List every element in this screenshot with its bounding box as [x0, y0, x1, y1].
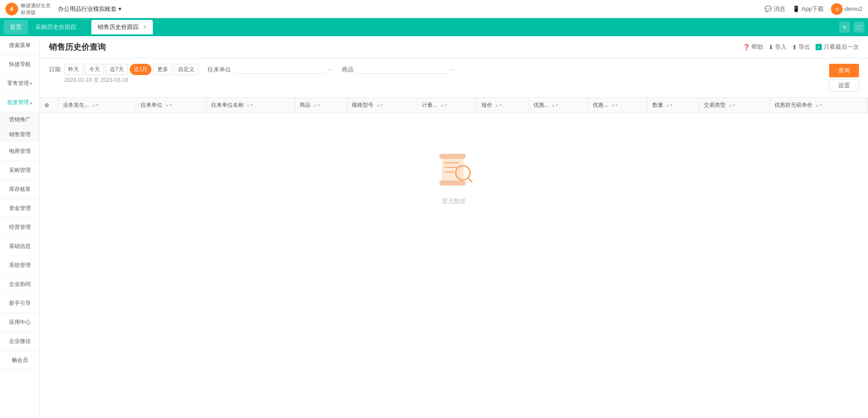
product-lookup-dots[interactable]: ···	[450, 66, 455, 72]
page-content: 销售历史价查询 ❓ 帮助 ⬇ 导入 ⬆ 导出	[40, 36, 868, 418]
partner-lookup-dots[interactable]: ···	[328, 66, 333, 72]
table-settings-col[interactable]: ⚙	[40, 98, 58, 113]
col-quantity[interactable]: 数量 ▲▼	[647, 98, 699, 113]
sidebar-item-operation[interactable]: 经营管理	[0, 218, 39, 237]
logo-area: 6 畅捷通好生意 标准版	[5, 2, 51, 15]
data-table: ⚙ 业务发生... ▲▼ 往来单位 ▲▼ 往来单位名称 ▲	[40, 98, 868, 113]
col-discount1[interactable]: 优惠... ▲▼	[528, 98, 588, 113]
sidebar-item-wholesale[interactable]: 批发管理 ▴	[0, 93, 39, 112]
col-discount2[interactable]: 优惠... ▲▼	[588, 98, 648, 113]
import-icon: ⬇	[769, 44, 774, 51]
partner-filter-label: 往来单位	[208, 64, 231, 74]
sidebar-item-retail[interactable]: 零售管理 ▾	[0, 74, 39, 93]
col-product[interactable]: 商品 ▲▼	[295, 98, 347, 113]
col-biz-date[interactable]: 业务发生... ▲▼	[58, 98, 136, 113]
user-menu[interactable]: d demo2	[831, 3, 863, 15]
sort-icon: ▲▼	[440, 104, 448, 107]
col-partner-name[interactable]: 往来单位名称 ▲▼	[206, 98, 295, 113]
sidebar-item-wechat[interactable]: 企业微信	[0, 332, 39, 351]
svg-rect-2	[439, 180, 466, 185]
date-btn-today[interactable]: 今天	[85, 64, 104, 75]
sidebar-item-inventory[interactable]: 库存核算	[0, 180, 39, 199]
help-icon: ❓	[743, 44, 750, 51]
date-btn-more[interactable]: 更多	[153, 64, 172, 75]
sort-icon: ▲▼	[666, 104, 673, 107]
col-pretax-price[interactable]: 优惠前无税单价 ▲▼	[769, 98, 868, 113]
sort-icon: ▲▼	[729, 104, 736, 107]
empty-illustration	[434, 149, 474, 190]
only-last-checkbox[interactable]: ✓ 只看最后一次	[816, 43, 859, 51]
svg-line-7	[468, 178, 472, 182]
sort-icon: ▲▼	[376, 104, 383, 107]
logo-icon: 6	[5, 3, 18, 15]
date-btn-7days[interactable]: 近7天	[106, 64, 128, 75]
table-container: ⚙ 业务发生... ▲▼ 往来单位 ▲▼ 往来单位名称 ▲	[40, 98, 868, 418]
col-spec[interactable]: 规格型号 ▲▼	[347, 98, 417, 113]
date-btn-custom[interactable]: 自定义	[174, 64, 198, 75]
sort-icon: ▲▼	[495, 104, 502, 107]
sidebar-item-finance[interactable]: 资金管理	[0, 199, 39, 218]
maximize-window-button[interactable]: □	[854, 22, 864, 33]
import-button[interactable]: ⬇ 导入	[769, 43, 787, 51]
avatar: d	[831, 3, 843, 15]
product-filter-group: 商品 ···	[342, 64, 455, 74]
filter-settings-button[interactable]: 设置	[829, 79, 859, 92]
sidebar: 搜索菜单 快捷导航 零售管理 ▾ 批发管理 ▴ 营销推广 销售管理 电商管理 采…	[0, 36, 40, 418]
sidebar-item-ecommerce[interactable]: 电商管理	[0, 142, 39, 161]
query-button[interactable]: 查询	[829, 64, 859, 77]
logo-text: 畅捷通好生意 标准版	[21, 2, 51, 15]
col-quote[interactable]: 报价 ▲▼	[476, 98, 528, 113]
product-input-group: ···	[357, 64, 455, 74]
close-sales-tab-button[interactable]: ×	[143, 24, 146, 30]
tab-home[interactable]: 首页	[4, 20, 28, 34]
top-bar-right: 💬 消息 📱 App下载 d demo2	[764, 3, 863, 15]
sidebar-item-system[interactable]: 系统管理	[0, 256, 39, 275]
chevron-down-icon: ▾	[118, 5, 122, 12]
app-selector[interactable]: 办公用品行业模拟账套 ▾	[54, 5, 125, 13]
sort-icon: ▲▼	[552, 104, 559, 107]
svg-rect-1	[439, 154, 466, 159]
sidebar-item-member[interactable]: 畅会员	[0, 351, 39, 370]
filter-actions: 查询 设置	[829, 64, 859, 92]
sidebar-item-appstore[interactable]: 应用中心	[0, 313, 39, 332]
page-title: 销售历史价查询	[49, 42, 106, 52]
sidebar-item-purchase[interactable]: 采购管理	[0, 161, 39, 180]
close-purchase-tab-button[interactable]: ×	[81, 24, 84, 30]
page-actions: ❓ 帮助 ⬇ 导入 ⬆ 导出 ✓ 只看最后一次	[743, 43, 859, 51]
product-filter-label: 商品	[342, 64, 354, 74]
export-icon: ⬆	[792, 44, 797, 51]
message-button[interactable]: 💬 消息	[764, 5, 785, 13]
app-download-button[interactable]: 📱 App下载	[793, 5, 824, 13]
date-filter-group: 日期 昨天 今天 近7天 近1月 更多 自定义 2023-02-18 至 202…	[49, 64, 198, 84]
sidebar-item-search[interactable]: 搜索菜单	[0, 36, 39, 55]
sort-icon: ▲▼	[246, 104, 254, 107]
tab-window-actions: × □	[839, 22, 864, 33]
product-input[interactable]	[357, 64, 448, 74]
filter-row: 日期 昨天 今天 近7天 近1月 更多 自定义 2023-02-18 至 202…	[40, 58, 868, 98]
col-trade-type[interactable]: 交易类型 ▲▼	[699, 98, 770, 113]
date-buttons: 昨天 今天 近7天 近1月 更多 自定义	[64, 64, 198, 75]
table-header: ⚙ 业务发生... ▲▼ 往来单位 ▲▼ 往来单位名称 ▲	[40, 98, 868, 113]
date-btn-1month[interactable]: 近1月	[130, 64, 152, 75]
sort-icon: ▲▼	[815, 104, 822, 107]
sidebar-item-sales-mgmt[interactable]: 销售管理	[0, 127, 39, 142]
col-partner-code[interactable]: 往来单位 ▲▼	[136, 98, 207, 113]
sidebar-item-enterprise[interactable]: 企业协同	[0, 275, 39, 294]
page-title-row: 销售历史价查询 ❓ 帮助 ⬇ 导入 ⬆ 导出	[49, 42, 859, 52]
col-unit[interactable]: 计量... ▲▼	[417, 98, 477, 113]
phone-icon: 📱	[793, 5, 800, 12]
date-btn-yesterday[interactable]: 昨天	[64, 64, 83, 75]
partner-input[interactable]	[235, 64, 325, 74]
sidebar-item-basic[interactable]: 基础信息	[0, 237, 39, 256]
export-button[interactable]: ⬆ 导出	[792, 43, 810, 51]
tab-bar: 首页 采购历史价跟踪 × 销售历史价跟踪 × × □	[0, 18, 868, 36]
tab-purchase-history[interactable]: 采购历史价跟踪 ×	[29, 20, 90, 34]
help-button[interactable]: ❓ 帮助	[743, 43, 763, 51]
sidebar-item-marketing[interactable]: 营销推广	[0, 112, 39, 127]
content-area: 销售历史价查询 ❓ 帮助 ⬇ 导入 ⬆ 导出	[40, 36, 868, 418]
tab-sales-history[interactable]: 销售历史价跟踪 ×	[91, 20, 153, 34]
chevron-up-icon: ▴	[30, 100, 32, 105]
sidebar-item-shortcut[interactable]: 快捷导航	[0, 55, 39, 74]
sidebar-item-guide[interactable]: 新手引导	[0, 294, 39, 313]
close-window-button[interactable]: ×	[839, 22, 850, 33]
